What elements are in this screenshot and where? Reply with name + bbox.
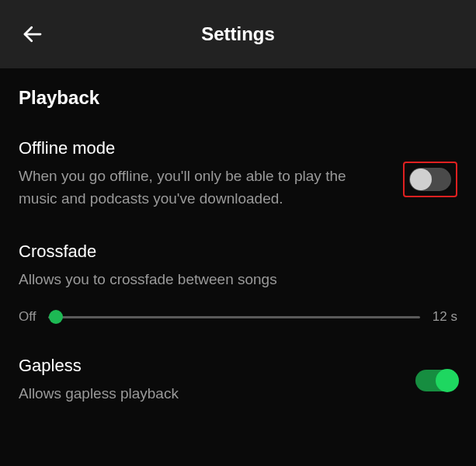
content: Playback Offline mode When you go offlin… xyxy=(0,68,476,405)
gapless-label: Gapless xyxy=(19,356,400,376)
slider-thumb xyxy=(49,310,63,324)
crossfade-description: Allows you to crossfade between songs xyxy=(19,268,457,290)
gapless-toggle[interactable] xyxy=(415,370,457,391)
offline-mode-description: When you go offline, you'll only be able… xyxy=(19,165,387,210)
page-title: Settings xyxy=(0,23,476,45)
header: Settings xyxy=(0,0,476,68)
section-title-playback: Playback xyxy=(19,87,457,109)
setting-offline-mode: Offline mode When you go offline, you'll… xyxy=(19,138,457,210)
setting-crossfade: Crossfade Allows you to crossfade betwee… xyxy=(19,242,457,325)
setting-gapless: Gapless Allows gapless playback xyxy=(19,356,457,405)
back-arrow-icon xyxy=(21,23,44,46)
crossfade-slider-min-label: Off xyxy=(19,309,36,325)
offline-mode-label: Offline mode xyxy=(19,138,387,158)
back-button[interactable] xyxy=(17,19,48,50)
toggle-knob xyxy=(410,169,432,190)
offline-mode-toggle[interactable] xyxy=(409,168,451,191)
gapless-description: Allows gapless playback xyxy=(19,382,400,405)
crossfade-slider-max-label: 12 s xyxy=(433,309,457,325)
crossfade-slider[interactable] xyxy=(48,316,419,318)
offline-mode-highlight xyxy=(403,162,457,197)
crossfade-label: Crossfade xyxy=(19,242,457,262)
toggle-knob xyxy=(436,369,459,392)
